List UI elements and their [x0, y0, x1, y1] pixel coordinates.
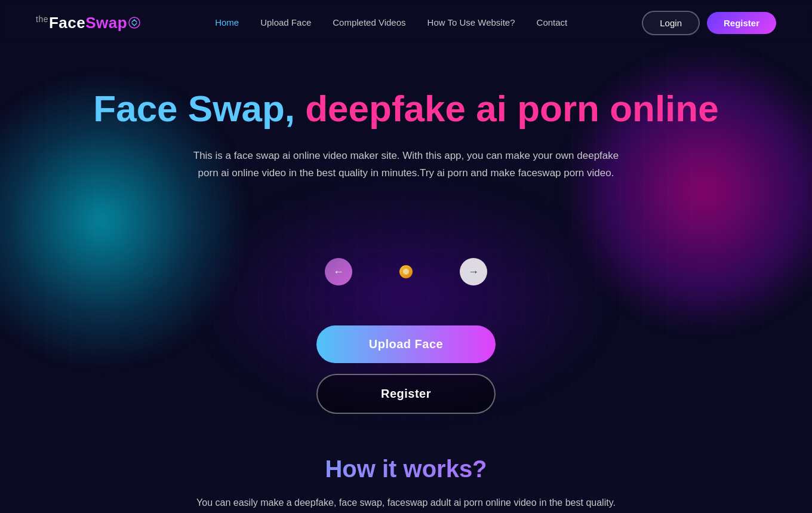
- carousel-next-button[interactable]: →: [460, 258, 487, 285]
- logo-face: Face: [49, 14, 85, 32]
- nav-link-home[interactable]: Home: [215, 17, 239, 27]
- hero-title: Face Swap, deepfake ai porn online: [60, 87, 752, 130]
- nav-item-completed-videos[interactable]: Completed Videos: [333, 17, 405, 28]
- nav-link-completed-videos[interactable]: Completed Videos: [333, 17, 405, 27]
- logo-icon: [128, 17, 140, 29]
- register-main-button[interactable]: Register: [316, 374, 496, 414]
- how-it-works-section: How it works? You can easily make a deep…: [0, 444, 812, 513]
- carousel-center: [352, 265, 460, 278]
- navbar: theFaceSwap Home Upload Face Completed V…: [0, 0, 812, 45]
- how-title: How it works?: [60, 456, 752, 483]
- carousel-dot: [399, 265, 413, 278]
- nav-link-how-to-use[interactable]: How To Use Website?: [427, 17, 515, 27]
- carousel-dot-inner: [403, 269, 409, 275]
- nav-item-home[interactable]: Home: [215, 17, 239, 28]
- login-button[interactable]: Login: [642, 11, 700, 35]
- nav-links: Home Upload Face Completed Videos How To…: [215, 17, 567, 28]
- hero-title-part1: Face Swap,: [93, 88, 295, 129]
- hero-title-part2: deepfake ai porn online: [305, 88, 718, 129]
- nav-link-contact[interactable]: Contact: [537, 17, 568, 27]
- how-description: You can easily make a deepfake, face swa…: [161, 494, 651, 511]
- carousel-prev-button[interactable]: ←: [325, 258, 352, 285]
- logo-the: the: [36, 14, 48, 24]
- nav-link-upload-face[interactable]: Upload Face: [260, 17, 311, 27]
- cta-section: Upload Face Register: [0, 325, 812, 414]
- carousel: ← →: [0, 236, 812, 308]
- logo-swap: Swap: [85, 14, 127, 32]
- nav-buttons: Login Register: [642, 11, 776, 35]
- register-button[interactable]: Register: [707, 12, 776, 34]
- nav-item-how-to-use[interactable]: How To Use Website?: [427, 17, 515, 28]
- svg-point-0: [129, 17, 140, 28]
- logo[interactable]: theFaceSwap: [36, 14, 140, 32]
- hero-description: This is a face swap ai online video make…: [185, 148, 627, 182]
- hero-section: Face Swap, deepfake ai porn online This …: [0, 45, 812, 236]
- upload-face-button[interactable]: Upload Face: [316, 325, 496, 363]
- nav-item-upload-face[interactable]: Upload Face: [260, 17, 311, 28]
- nav-item-contact[interactable]: Contact: [537, 17, 568, 28]
